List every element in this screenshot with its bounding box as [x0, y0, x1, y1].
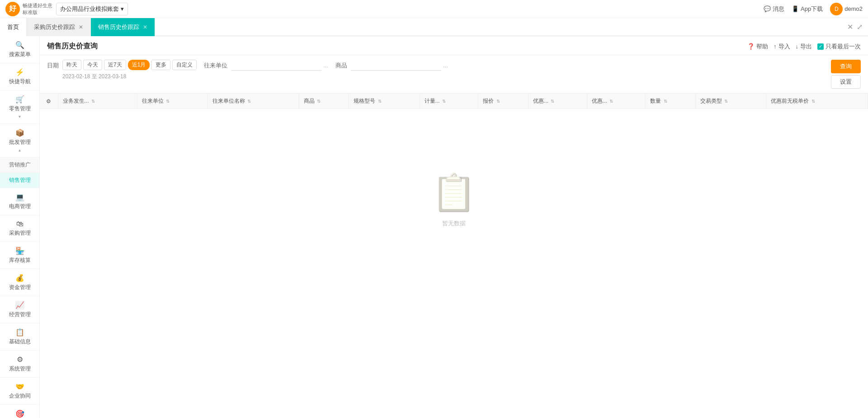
th-discount1[interactable]: 优惠... ⇅ [528, 94, 587, 109]
sort-icon-biz-date: ⇅ [91, 99, 95, 104]
sidebar-item-basic-info[interactable]: 📋 基础信息 [0, 323, 39, 351]
date-label: 日期 [47, 60, 59, 70]
sidebar-item-wholesale-mgmt[interactable]: 📦 批发管理 ▴ [0, 124, 39, 157]
tab-home[interactable]: 首页 [0, 18, 27, 36]
operations-icon: 📈 [15, 301, 24, 309]
th-trade-type[interactable]: 交易类型 ⇅ [696, 94, 766, 109]
export-button[interactable]: ↓ 导出 [796, 43, 812, 51]
product-picker-icon[interactable]: ... [443, 62, 448, 69]
counterpart-label: 往来单位 [204, 60, 227, 70]
chevron-down-icon: ▾ [121, 5, 124, 12]
th-counterpart[interactable]: 往来单位 ⇅ [137, 94, 208, 109]
empty-text: 暂无数据 [442, 219, 466, 228]
download-icon: 📱 [792, 5, 799, 12]
main-layout: 🔍 搜索菜单 ⚡ 快捷导航 🛒 零售管理 ▾ 📦 批发管理 ▴ 营销推广 销售管… [0, 36, 868, 418]
close-window-icon[interactable]: ✕ [847, 23, 853, 31]
tab-sales-history[interactable]: 销售历史价跟踪 ✕ [91, 18, 155, 36]
table-header-row: ⚙ 业务发生... ⇅ 往来单位 ⇅ 往来单位名称 ⇅ [40, 94, 868, 109]
sidebar-item-marketing-promo[interactable]: 营销推广 [0, 157, 39, 173]
sort-icon-quantity: ⇅ [664, 99, 667, 104]
sidebar-item-purchase-mgmt[interactable]: 🛍 采购管理 [0, 215, 39, 242]
avatar: D [830, 3, 843, 15]
system-icon: ⚙ [17, 355, 23, 364]
product-input-group: ... [351, 60, 448, 71]
th-biz-date[interactable]: 业务发生... ⇅ [58, 94, 137, 109]
th-discount2[interactable]: 优惠... ⇅ [587, 94, 646, 109]
app-selector[interactable]: 办公用品行业模拟账套 ▾ [56, 3, 128, 15]
th-counterpart-name[interactable]: 往来单位名称 ⇅ [208, 94, 299, 109]
maximize-icon[interactable]: ⤢ [857, 23, 863, 31]
only-last-checkbox[interactable]: ✓ 只看最后一次 [817, 43, 861, 51]
close-sales-tab-icon[interactable]: ✕ [143, 24, 147, 30]
sidebar-item-enterprise-collab[interactable]: 🤝 企业协同 [0, 378, 39, 405]
date-btn-more[interactable]: 更多 [151, 60, 170, 70]
empty-state: 📋 暂无数据 [40, 109, 868, 290]
tab-purchase-history[interactable]: 采购历史价跟踪 ✕ [27, 18, 91, 36]
import-button[interactable]: ↑ 导入 [774, 43, 790, 51]
counterpart-picker-icon[interactable]: ... [323, 62, 328, 69]
purchase-icon: 🛍 [16, 220, 24, 228]
sort-icon-spec: ⇅ [378, 99, 382, 104]
logo-icon: 好 [5, 2, 20, 16]
sidebar-item-quick-nav[interactable]: ⚡ 快捷导航 [0, 63, 39, 90]
sort-icon-discount2: ⇅ [609, 99, 613, 104]
th-quantity[interactable]: 数量 ⇅ [646, 94, 696, 109]
sort-icon-counterpart-name: ⇅ [247, 99, 251, 104]
user-profile[interactable]: D demo2 [830, 3, 863, 15]
counterpart-input[interactable] [231, 60, 321, 71]
chevron-up-icon: ▴ [19, 147, 21, 152]
message-button[interactable]: 💬 消息 [764, 5, 784, 13]
close-purchase-tab-icon[interactable]: ✕ [79, 24, 83, 30]
sort-icon-trade-type: ⇅ [724, 99, 728, 104]
help-button[interactable]: ❓ 帮助 [747, 43, 768, 51]
sort-icon-product: ⇅ [317, 99, 321, 104]
query-button[interactable]: 查询 [831, 60, 861, 73]
date-btn-custom[interactable]: 自定义 [172, 60, 197, 70]
sort-icon-discount1: ⇅ [551, 99, 554, 104]
filter-actions: 查询 设置 [831, 60, 861, 89]
checkbox-checked-icon: ✓ [817, 43, 824, 50]
settings-button[interactable]: 设置 [831, 75, 861, 89]
guide-icon: 🎯 [15, 409, 24, 418]
quick-nav-icon: ⚡ [15, 68, 24, 76]
date-btn-7days[interactable]: 近7天 [104, 60, 126, 70]
tabbar: 首页 采购历史价跟踪 ✕ 销售历史价跟踪 ✕ ✕ ⤢ [0, 18, 868, 36]
app-download-button[interactable]: 📱 App下载 [792, 5, 823, 13]
sidebar-item-finance[interactable]: 💰 资金管理 [0, 269, 39, 296]
sidebar-item-inventory[interactable]: 🏪 库存核算 [0, 242, 39, 269]
page-actions: ❓ 帮助 ↑ 导入 ↓ 导出 ✓ 只看最后一次 [747, 43, 861, 51]
filter-bar: 日期 昨天 今天 近7天 近1月 更多 自定义 2023-02-18 至 202… [40, 55, 868, 94]
date-btn-1month[interactable]: 近1月 [128, 60, 150, 70]
sidebar-item-system-mgmt[interactable]: ⚙ 系统管理 [0, 351, 39, 378]
date-btn-yesterday[interactable]: 昨天 [62, 60, 81, 70]
sidebar-item-search-menu[interactable]: 🔍 搜索菜单 [0, 36, 39, 63]
page-title: 销售历史价查询 [47, 42, 98, 51]
export-icon: ↓ [796, 43, 799, 50]
sidebar-item-ecom-mgmt[interactable]: 💻 电商管理 [0, 188, 39, 215]
th-unit[interactable]: 计量... ⇅ [420, 94, 478, 109]
sort-icon-unit: ⇅ [442, 99, 446, 104]
date-btn-today[interactable]: 今天 [83, 60, 102, 70]
sidebar-item-operations[interactable]: 📈 经营管理 [0, 296, 39, 323]
product-input[interactable] [351, 60, 441, 71]
date-range-display: 2023-02-18 至 2023-03-18 [62, 73, 197, 81]
sidebar-item-new-guide[interactable]: 🎯 新手引导 [0, 405, 39, 418]
chevron-down-icon: ▾ [19, 114, 21, 119]
th-settings[interactable]: ⚙ [40, 94, 58, 109]
th-spec[interactable]: 规格型号 ⇅ [349, 94, 420, 109]
finance-icon: 💰 [15, 274, 24, 282]
sort-icon-counterpart: ⇅ [166, 99, 170, 104]
product-filter-group: 商品 ... [335, 60, 448, 71]
date-options: 昨天 今天 近7天 近1月 更多 自定义 2023-02-18 至 2023-0… [62, 60, 197, 81]
inventory-icon: 🏪 [15, 247, 24, 255]
sidebar-item-sales-mgmt[interactable]: 销售管理 [0, 173, 39, 188]
topbar: 好 畅捷通好生意 标准版 办公用品行业模拟账套 ▾ 💬 消息 📱 App下载 D… [0, 0, 868, 18]
sidebar-item-retail-mgmt[interactable]: 🛒 零售管理 ▾ [0, 90, 39, 124]
th-product[interactable]: 商品 ⇅ [299, 94, 349, 109]
tab-right-actions: ✕ ⤢ [847, 23, 868, 31]
page-header: 销售历史价查询 ❓ 帮助 ↑ 导入 ↓ 导出 ✓ [40, 36, 868, 55]
topbar-right: 💬 消息 📱 App下载 D demo2 [764, 3, 863, 15]
th-quote[interactable]: 报价 ⇅ [478, 94, 528, 109]
date-buttons: 昨天 今天 近7天 近1月 更多 自定义 [62, 60, 197, 70]
th-pre-discount-price[interactable]: 优惠前无税单价 ⇅ [766, 94, 868, 109]
